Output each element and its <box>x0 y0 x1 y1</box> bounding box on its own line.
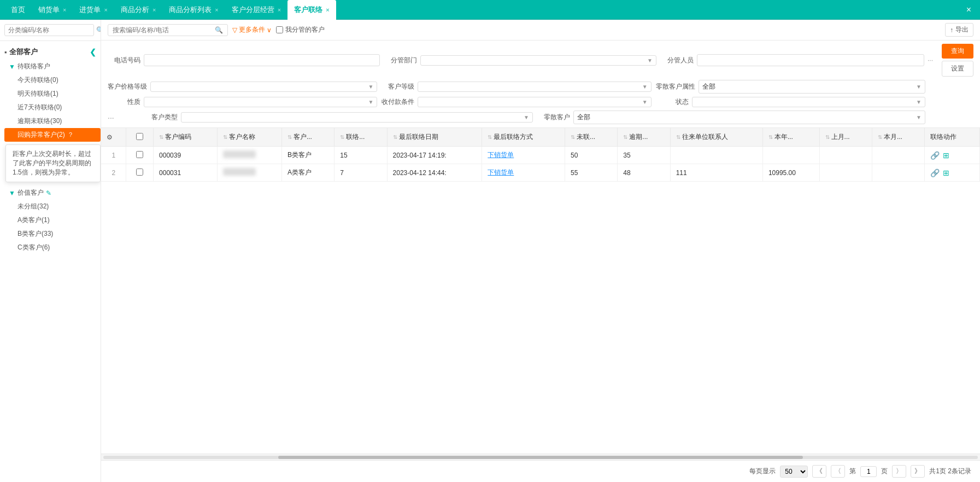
sidebar-item-tomorrow[interactable]: 明天待联络(1) <box>4 87 101 101</box>
sidebar-search-input[interactable] <box>4 24 94 36</box>
nav-tab-商品分析列表[interactable]: 商品分析列表× <box>162 0 225 20</box>
nav-tab-销货单[interactable]: 销货单× <box>32 0 73 20</box>
h-scroll-thumb[interactable] <box>278 456 803 459</box>
filter-retail-customer-select[interactable]: 全部 ▼ <box>573 111 925 124</box>
settings-col-icon[interactable]: ⚙ <box>107 133 113 141</box>
search-input[interactable] <box>113 26 215 34</box>
filter-nature-select[interactable]: ▼ <box>144 97 377 107</box>
nav-tab-客户分层经营[interactable]: 客户分层经营× <box>225 0 287 20</box>
tab-close-icon[interactable]: × <box>63 7 66 13</box>
filter-manager-dots[interactable]: ··· <box>928 56 933 64</box>
row-last-contact-date: 2023-04-12 14:44: <box>387 164 482 182</box>
sidebar-info-icon: ? <box>69 131 72 138</box>
more-conditions-btn[interactable]: ▽ 更多条件 ∨ <box>232 25 272 34</box>
col-customer-type[interactable]: ⇅客户... <box>281 128 334 147</box>
tab-close-icon[interactable]: × <box>278 7 281 13</box>
page-last-btn[interactable]: 》 <box>911 465 925 478</box>
row-last-contact-method[interactable]: 下销货单 <box>482 164 565 182</box>
filter-rows: 电话号码 分管部门 ▼ 分管人员 ··· 查询 设置 <box>101 40 980 128</box>
window-close-btn[interactable]: × <box>962 5 976 15</box>
sidebar-item-today[interactable]: 今天待联络(0) <box>4 73 101 87</box>
tab-close-icon[interactable]: × <box>326 7 329 13</box>
col-last-month[interactable]: ⇅上月... <box>819 128 872 147</box>
select-all-checkbox[interactable] <box>136 133 143 140</box>
sidebar-edit-icon[interactable]: ✎ <box>46 189 51 197</box>
total-label: 共1页 2条记录 <box>929 467 971 476</box>
filter-phone-input[interactable] <box>144 54 380 66</box>
row-this-month <box>872 164 924 182</box>
my-customers-checkbox[interactable] <box>276 26 283 33</box>
row-link-icon[interactable]: 🔗 <box>930 169 940 177</box>
row-link-icon[interactable]: 🔗 <box>930 151 940 160</box>
filter-label-retail-customer: 零散客户 <box>537 113 570 122</box>
table-area: ⚙ ⇅客户编码 ⇅客户名称 ⇅客户... ⇅联络... ⇅最后联络日期 ⇅最后联… <box>101 128 980 454</box>
row-last-contact-method[interactable]: 下销货单 <box>482 147 565 164</box>
row-overdue: 48 <box>618 164 670 182</box>
page-first-btn[interactable]: 《 <box>812 465 826 478</box>
sidebar-item-b-class[interactable]: B类客户(33) <box>4 227 101 241</box>
row-checkbox[interactable] <box>136 169 143 176</box>
filter-status-select[interactable]: ▼ <box>692 97 925 107</box>
col-this-year[interactable]: ⇅本年... <box>762 128 819 147</box>
filter-customer-grade-select[interactable]: ▼ <box>418 82 651 92</box>
row-checkbox-cell[interactable] <box>126 147 154 164</box>
sidebar-item-c-class[interactable]: C类客户(6) <box>4 241 101 254</box>
col-last-contact-date[interactable]: ⇅最后联络日期 <box>387 128 482 147</box>
sidebar-item-overdue[interactable]: 逾期未联络(30) <box>4 114 101 128</box>
row-checkbox-cell[interactable] <box>126 164 154 182</box>
row-checkbox[interactable] <box>136 151 143 158</box>
sidebar-collapse-btn[interactable]: ❮ <box>90 48 96 56</box>
sidebar-item-a-class[interactable]: A类客户(1) <box>4 213 101 227</box>
col-customer-name[interactable]: ⇅客户名称 <box>217 128 281 147</box>
col-settings[interactable]: ⚙ <box>101 128 126 147</box>
col-unlisted[interactable]: ⇅未联... <box>565 128 618 147</box>
filter-manager-input[interactable] <box>697 54 924 66</box>
row-contact-count: 7 <box>335 164 387 182</box>
filter-label-retail-attr: 零散客户属性 <box>656 82 695 91</box>
sidebar-root[interactable]: ▪ 全部客户 ❮ <box>0 44 101 60</box>
sidebar-item-7days[interactable]: 近7天待联络(0) <box>4 101 101 114</box>
search-icon[interactable]: 🔍 <box>215 26 223 34</box>
page-prev-btn[interactable]: 〈 <box>831 465 845 478</box>
sidebar-section2-header[interactable]: ▼ 价值客户 ✎ <box>4 186 101 200</box>
nav-tab-商品分析[interactable]: 商品分析× <box>114 0 162 20</box>
row-this-year <box>762 147 819 164</box>
filter-dots-label[interactable]: ··· <box>108 113 114 122</box>
col-contact-count[interactable]: ⇅联络... <box>335 128 387 147</box>
export-btn[interactable]: ↑ 导出 <box>945 23 973 37</box>
sidebar-item-repurchase-abnormal[interactable]: 回购异常客户(2) ? <box>4 128 101 142</box>
col-customer-code[interactable]: ⇅客户编码 <box>154 128 218 147</box>
my-customers-checkbox-wrap[interactable]: 我分管的客户 <box>276 25 325 34</box>
tab-close-icon[interactable]: × <box>215 7 218 13</box>
nav-tab-首页[interactable]: 首页 <box>4 0 32 20</box>
page-input[interactable] <box>860 466 877 477</box>
nav-tab-进货单[interactable]: 进货单× <box>73 0 114 20</box>
col-this-month[interactable]: ⇅本月... <box>872 128 924 147</box>
sidebar-search-icon[interactable]: 🔍 <box>96 26 101 34</box>
filter-icon: ▽ <box>232 26 237 34</box>
h-scroll-bar[interactable] <box>101 454 980 460</box>
query-button[interactable]: 查询 <box>942 44 973 59</box>
col-overdue[interactable]: ⇅逾期... <box>618 128 670 147</box>
settings-button[interactable]: 设置 <box>942 61 973 77</box>
section2-arrow-icon: ▼ <box>9 189 15 197</box>
nav-tab-客户联络[interactable]: 客户联络× <box>287 0 336 20</box>
h-scroll-track[interactable] <box>103 456 978 459</box>
row-grid-icon[interactable]: ⊞ <box>943 169 949 177</box>
row-grid-icon[interactable]: ⊞ <box>943 151 949 160</box>
col-last-contact-method[interactable]: ⇅最后联络方式 <box>482 128 565 147</box>
page-next-btn[interactable]: 〉 <box>892 465 906 478</box>
col-unit-contact[interactable]: ⇅往来单位联系人 <box>670 128 762 147</box>
sidebar-item-ungroup[interactable]: 未分组(32) <box>4 200 101 213</box>
filter-customer-type-select[interactable]: ▼ <box>181 112 533 123</box>
filter-payment-select[interactable]: ▼ <box>418 97 651 107</box>
filter-price-grade-select[interactable]: ▼ <box>150 82 377 92</box>
sidebar-section1-header[interactable]: ▼ 待联络客户 <box>4 60 101 73</box>
filter-retail-attr-select[interactable]: 全部 ▼ <box>699 80 925 94</box>
filter-dept-select[interactable]: ▼ <box>420 55 656 66</box>
sidebar-root-label: 全部客户 <box>9 47 38 57</box>
col-month-sort-icon: ⇅ <box>878 134 882 140</box>
per-page-select[interactable]: 50 20 100 <box>780 466 808 478</box>
tab-close-icon[interactable]: × <box>104 7 107 13</box>
tab-close-icon[interactable]: × <box>152 7 156 13</box>
